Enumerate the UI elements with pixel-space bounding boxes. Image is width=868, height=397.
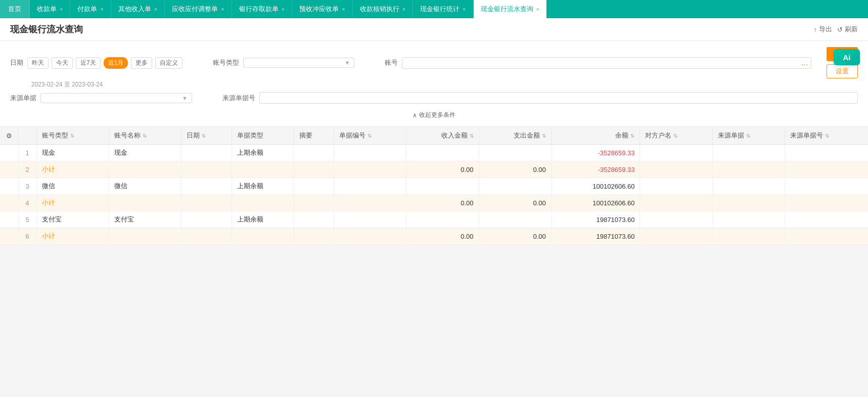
export-button[interactable]: ↑ 导出 — [814, 25, 833, 34]
nav-tab-2[interactable]: 其他收入单 × — [111, 0, 165, 18]
row-date — [181, 211, 232, 228]
th-account-type: 账号类型 ⇅ — [36, 127, 109, 145]
row-summary — [294, 195, 334, 211]
nav-tab-5[interactable]: 预收冲应收单 × — [292, 0, 352, 18]
close-icon[interactable]: × — [536, 6, 539, 12]
nav-tab-8[interactable]: 现金银行流水查询 × — [474, 0, 546, 18]
collapse-label: 收起更多条件 — [419, 111, 455, 119]
chevron-down-icon: ▼ — [344, 60, 350, 66]
top-nav: 首页 收款单 × 付款单 × 其他收入单 × 应收应付调整单 × 银行存取款单 … — [0, 0, 868, 18]
source-doc-select[interactable]: ▼ — [40, 93, 192, 103]
row-counterpart — [640, 178, 712, 195]
source-doc-label: 来源单据 — [10, 94, 36, 103]
source-doc-no-filter: 来源单据号 — [222, 92, 858, 104]
ai-badge[interactable]: Ai — [834, 49, 860, 65]
row-income: 0.00 — [406, 195, 479, 211]
account-dots-btn[interactable]: ... — [798, 58, 811, 67]
source-doc-no-input[interactable] — [259, 92, 858, 104]
filter-area: 日期 昨天 今天 近7天 近1月 更多 自定义 账号类型 ▼ 账号 ... — [0, 41, 868, 127]
close-icon[interactable]: × — [60, 6, 63, 12]
row-income: 0.00 — [406, 161, 479, 178]
row-index: 5 — [18, 211, 36, 228]
row-doc-type: 上期余额 — [232, 178, 294, 195]
row-income — [406, 211, 479, 228]
close-icon[interactable]: × — [100, 6, 103, 12]
refresh-button[interactable]: ↺ 刷新 — [837, 25, 858, 34]
gear-icon[interactable]: ⚙ — [6, 132, 12, 140]
nav-tab-1[interactable]: 付款单 × — [70, 0, 111, 18]
row-index: 4 — [18, 195, 36, 211]
nav-home[interactable]: 首页 — [0, 0, 30, 18]
close-icon[interactable]: × — [221, 6, 224, 12]
table-row: 1 现金 现金 上期余额 -3528659.33 — [0, 145, 868, 161]
account-type-filter: 账号类型 ▼ — [213, 58, 354, 68]
row-counterpart — [640, 161, 712, 178]
source-doc-filter: 来源单据 ▼ — [10, 93, 192, 103]
row-balance: 19871073.60 — [551, 211, 640, 228]
account-type-select[interactable]: ▼ — [243, 58, 354, 68]
row-source-doc-no — [785, 228, 868, 245]
row-income — [406, 178, 479, 195]
row-counterpart — [640, 145, 712, 161]
row-expense — [479, 178, 551, 195]
date-1month[interactable]: 近1月 — [104, 57, 128, 69]
filter-row-2: 来源单据 ▼ 来源单据号 — [10, 92, 858, 104]
row-source-doc — [712, 161, 785, 178]
th-balance: 余额 ⇅ — [551, 127, 640, 145]
row-source-doc — [712, 145, 785, 161]
date-today[interactable]: 今天 — [52, 57, 73, 69]
close-icon[interactable]: × — [282, 6, 285, 12]
row-doc-type: 上期余额 — [232, 211, 294, 228]
setting-button[interactable]: 设置 — [827, 64, 858, 78]
refresh-icon: ↺ — [837, 26, 843, 33]
nav-tab-3[interactable]: 应收应付调整单 × — [165, 0, 232, 18]
th-counterpart: 对方户名 ⇅ — [640, 127, 712, 145]
row-source-doc-no — [785, 161, 868, 178]
row-account-type: 小计 — [36, 228, 109, 245]
th-doc-no: 单据编号 ⇅ — [334, 127, 406, 145]
th-income: 收入金额 ⇅ — [406, 127, 479, 145]
row-doc-type — [232, 195, 294, 211]
collapse-bar[interactable]: ∧ 收起更多条件 — [10, 109, 858, 122]
date-custom[interactable]: 自定义 — [155, 57, 182, 69]
table-body: 1 现金 现金 上期余额 -3528659.33 2 小计 0.00 0.00 … — [0, 145, 868, 245]
sort-icon: ⇅ — [368, 133, 372, 139]
date-yesterday[interactable]: 昨天 — [27, 57, 49, 69]
th-expense: 支出金额 ⇅ — [479, 127, 551, 145]
row-source-doc-no — [785, 211, 868, 228]
sort-icon: ⇅ — [70, 133, 74, 139]
th-source-doc: 来源单据 ⇅ — [712, 127, 785, 145]
row-income: 0.00 — [406, 228, 479, 245]
date-more[interactable]: 更多 — [131, 57, 152, 69]
account-input-wrap: ... — [402, 57, 811, 69]
row-source-doc — [712, 211, 785, 228]
close-icon[interactable]: × — [463, 6, 466, 12]
close-icon[interactable]: × — [154, 6, 157, 12]
nav-tab-7[interactable]: 现金银行统计 × — [413, 0, 473, 18]
th-doc-type: 单据类型 — [232, 127, 294, 145]
row-balance: 19871073.60 — [551, 228, 640, 245]
row-balance: -3528659.33 — [551, 161, 640, 178]
page-header: 现金银行流水查询 ↑ 导出 ↺ 刷新 — [0, 18, 868, 41]
th-date: 日期 ⇅ — [181, 127, 232, 145]
table-row: 5 支付宝 支付宝 上期余额 19871073.60 — [0, 211, 868, 228]
nav-tab-6[interactable]: 收款核销执行 × — [353, 0, 413, 18]
nav-tab-0[interactable]: 收款单 × — [30, 0, 70, 18]
row-balance: 100102606.60 — [551, 195, 640, 211]
row-index: 1 — [18, 145, 36, 161]
row-summary — [294, 228, 334, 245]
table-header-row: ⚙ 账号类型 ⇅ 账号名称 ⇅ 日期 — [0, 127, 868, 145]
close-icon[interactable]: × — [342, 6, 345, 12]
data-table: ⚙ 账号类型 ⇅ 账号名称 ⇅ 日期 — [0, 127, 868, 245]
row-doc-type: 上期余额 — [232, 145, 294, 161]
row-source-doc — [712, 228, 785, 245]
sort-icon: ⇅ — [825, 133, 829, 139]
row-account-name — [109, 228, 181, 245]
th-summary: 摘要 — [294, 127, 334, 145]
source-doc-no-label: 来源单据号 — [222, 94, 255, 103]
nav-tab-4[interactable]: 银行存取款单 × — [232, 0, 292, 18]
close-icon[interactable]: × — [402, 6, 405, 12]
account-input[interactable] — [402, 58, 798, 68]
date-7days[interactable]: 近7天 — [76, 57, 101, 69]
row-account-name: 支付宝 — [109, 211, 181, 228]
